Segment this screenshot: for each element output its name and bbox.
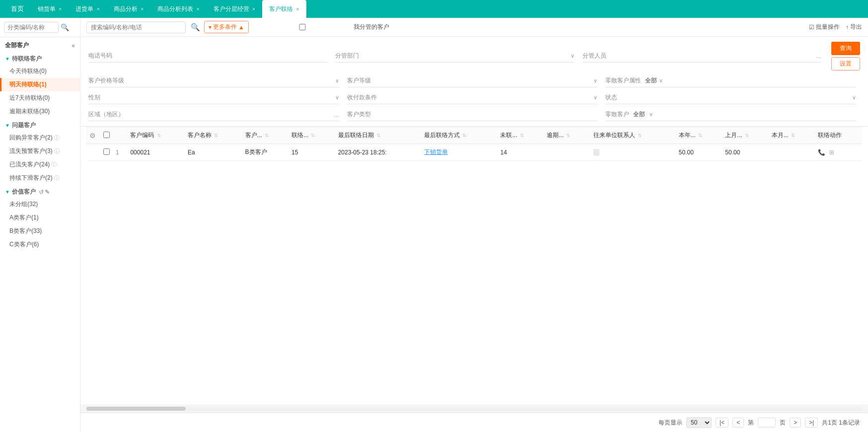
th-last-month[interactable]: 上月... ⇅ (722, 127, 769, 144)
sidebar-item-c-class[interactable]: C类客户(6) (0, 238, 80, 251)
person-dots-icon[interactable]: ... (816, 52, 821, 60)
sort-name-icon: ⇅ (214, 133, 218, 138)
per-page-select[interactable]: 50 100 200 (686, 417, 712, 428)
sidebar-item-repurchase-abnormal[interactable]: 回购异常客户(2) ⓘ (0, 131, 80, 144)
payment-input[interactable] (381, 94, 592, 101)
sidebar-item-churned[interactable]: 已流失客户(24) ⓘ (0, 158, 80, 171)
close-customer-tier-tab-icon[interactable]: × (252, 6, 255, 12)
set-button[interactable]: 设置 (831, 57, 860, 71)
th-uncontact[interactable]: 未联... ⇅ (497, 127, 544, 144)
nav-tab-sales[interactable]: 销货单 × (31, 0, 69, 18)
td-check[interactable] (100, 144, 113, 161)
horizontal-scrollbar-thumb[interactable] (86, 407, 186, 411)
nav-tab-customer-contact[interactable]: 客户联络 × (262, 0, 306, 18)
nav-home[interactable]: 首页 (4, 0, 31, 18)
action-phone-icon[interactable]: 📞 (818, 149, 825, 156)
price-level-input[interactable] (128, 77, 333, 84)
close-customer-contact-tab-icon[interactable]: × (296, 6, 299, 12)
customer-type-input[interactable] (375, 111, 598, 118)
collapse-icon[interactable]: « (72, 42, 75, 49)
edit-icon[interactable]: ✎ (45, 189, 50, 196)
retail-attr-chevron-icon[interactable]: ∨ (659, 77, 663, 84)
price-level-chevron-icon[interactable]: ∨ (335, 77, 339, 84)
close-analysis-tab-icon[interactable]: × (141, 6, 144, 12)
problem-customer-header[interactable]: ▼ 问题客户 (0, 118, 80, 131)
sidebar-item-churn-warning[interactable]: 流失预警客户(3) ⓘ (0, 144, 80, 158)
th-code[interactable]: 客户编码 ⇅ (127, 127, 185, 144)
filter-icon: ▾ (209, 24, 212, 31)
sort-unit-contact-icon: ⇅ (638, 133, 642, 138)
customer-level-chevron-icon[interactable]: ∨ (593, 77, 597, 84)
th-this-month[interactable]: 本月... ⇅ (769, 127, 815, 144)
th-check[interactable] (100, 127, 113, 144)
nav-tab-analysis-list[interactable]: 商品分析列表 × (150, 0, 206, 18)
close-purchase-tab-icon[interactable]: × (96, 6, 99, 12)
export-button[interactable]: ↑ 导出 (846, 23, 862, 31)
region-dots-icon[interactable]: ... (334, 111, 339, 118)
prev-page-button[interactable]: < (732, 418, 744, 428)
status-input[interactable] (621, 94, 850, 101)
nav-tab-purchase[interactable]: 进货单 × (69, 0, 106, 18)
search-icon[interactable]: 🔍 (191, 23, 200, 32)
person-input[interactable] (610, 53, 814, 60)
payment-chevron-icon[interactable]: ∨ (593, 94, 597, 101)
retail-attr-label: 零散客户属性 (605, 76, 641, 85)
th-last-contact-way[interactable]: 最后联络方式 ⇅ (421, 127, 497, 144)
sidebar-item-b-class[interactable]: B类客户(33) (0, 224, 80, 238)
sidebar-item-a-class[interactable]: A类客户(1) (0, 211, 80, 224)
next-page-button[interactable]: > (790, 418, 801, 428)
th-unit-contact[interactable]: 往来单位联系人 ⇅ (590, 127, 676, 144)
my-customers-checkbox[interactable] (253, 24, 352, 30)
status-chevron-icon[interactable]: ∨ (852, 94, 856, 101)
dept-chevron-icon[interactable]: ∨ (571, 53, 575, 59)
sidebar-item-today[interactable]: 今天待联络(0) (0, 65, 80, 78)
region-input[interactable] (128, 111, 332, 118)
dept-input[interactable] (363, 53, 568, 60)
nav-tab-customer-tier[interactable]: 客户分层经营 × (207, 0, 262, 18)
bulk-action-button[interactable]: ☑ 批量操作 (809, 23, 840, 31)
td-last-contact-way[interactable]: 下销货单 (421, 144, 497, 161)
refresh-icon[interactable]: ↺ (39, 189, 44, 196)
more-filter-button[interactable]: ▾ 更多条件 ▲ (204, 21, 249, 33)
close-analysis-list-tab-icon[interactable]: × (196, 6, 199, 12)
horizontal-scrollbar-track[interactable] (86, 407, 862, 411)
row-checkbox[interactable] (103, 148, 110, 155)
sidebar-search-input[interactable] (4, 22, 59, 33)
retail-customer-chevron-icon[interactable]: ∨ (649, 111, 653, 118)
all-customers-header[interactable]: 全部客户 « (0, 37, 80, 52)
sidebar-search-icon[interactable]: 🔍 (61, 23, 69, 31)
close-sales-tab-icon[interactable]: × (59, 6, 62, 12)
action-grid-icon[interactable]: ⊞ (829, 149, 834, 156)
th-contact[interactable]: 联络... ⇅ (289, 127, 335, 144)
sidebar-item-tomorrow[interactable]: 明天待联络(1) (0, 78, 80, 91)
nav-tab-analysis[interactable]: 商品分析 × (107, 0, 150, 18)
th-this-year[interactable]: 本年... ⇅ (676, 127, 723, 144)
search-input[interactable] (86, 21, 186, 33)
th-overdue[interactable]: 逾期... ⇅ (544, 127, 590, 144)
customer-level-input[interactable] (375, 77, 592, 84)
sidebar-item-declining[interactable]: 持续下滑客户(2) ⓘ (0, 171, 80, 185)
last-contact-way-link[interactable]: 下销货单 (424, 148, 448, 155)
gear-settings-icon[interactable]: ⚙ (89, 132, 96, 140)
last-page-button[interactable]: >| (805, 418, 818, 428)
all-customers-label: 全部客户 (5, 41, 29, 50)
my-customers-checkbox-label[interactable]: 我分管的客户 (253, 23, 389, 31)
query-button[interactable]: 查询 (831, 42, 860, 55)
page-number-input[interactable]: 1 (758, 418, 776, 428)
sidebar-item-7days[interactable]: 近7天待联络(0) (0, 91, 80, 105)
sidebar-item-overdue[interactable]: 逾期未联络(30) (0, 105, 80, 118)
gender-label: 性别 (88, 93, 100, 102)
value-customer-header[interactable]: ▼ 价值客户 ↺ ✎ (0, 185, 80, 198)
gender-chevron-icon[interactable]: ∨ (335, 94, 339, 101)
th-level[interactable]: 客户... ⇅ (242, 127, 289, 144)
th-last-contact-date[interactable]: 最后联络日期 ⇅ (335, 127, 421, 144)
select-all-checkbox[interactable] (103, 132, 110, 138)
gender-input[interactable] (104, 94, 333, 101)
th-gear[interactable]: ⚙ (86, 127, 100, 144)
th-name[interactable]: 客户名称 ⇅ (185, 127, 242, 144)
first-page-button[interactable]: |< (716, 418, 728, 428)
sidebar-item-ungrouped[interactable]: 未分组(32) (0, 198, 80, 211)
phone-input[interactable] (116, 53, 327, 60)
pending-arrow-icon: ▼ (5, 56, 10, 62)
pending-contact-header[interactable]: ▼ 待联络客户 (0, 52, 80, 65)
